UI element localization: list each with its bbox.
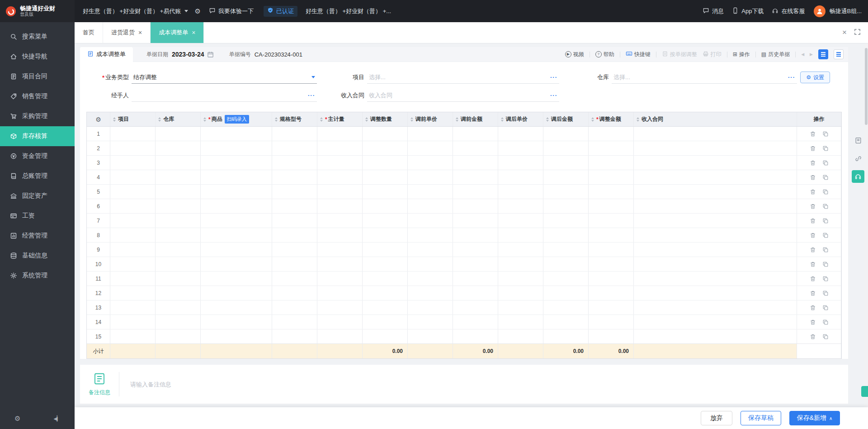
cell-r6-c11[interactable] xyxy=(634,199,797,213)
cell-r7-c1[interactable] xyxy=(156,214,201,228)
delete-row-icon[interactable] xyxy=(810,290,816,296)
copy-row-icon[interactable] xyxy=(822,247,829,253)
copy-row-icon[interactable] xyxy=(822,189,829,195)
cell-r13-c3[interactable] xyxy=(272,300,317,315)
cell-r1-c3[interactable] xyxy=(272,127,317,141)
copy-row-icon[interactable] xyxy=(822,174,829,181)
cell-r3-c11[interactable] xyxy=(634,156,797,170)
cell-r7-c8[interactable] xyxy=(498,214,543,228)
cell-r7-c10[interactable] xyxy=(589,214,634,228)
scrollbar-thumb[interactable] xyxy=(865,48,868,125)
sidebar-item-5[interactable]: 库存核算 xyxy=(0,126,75,146)
cell-r7-c0[interactable] xyxy=(110,214,156,228)
cell-r5-c8[interactable] xyxy=(498,185,543,199)
cell-r6-c2[interactable] xyxy=(201,199,272,213)
cell-r3-c2[interactable] xyxy=(201,156,272,170)
cell-r11-c6[interactable] xyxy=(408,272,453,286)
cell-r13-c10[interactable] xyxy=(589,300,634,315)
cell-r1-c5[interactable] xyxy=(363,127,408,141)
cell-r10-c0[interactable] xyxy=(110,257,156,271)
cell-r5-c5[interactable] xyxy=(363,185,408,199)
cell-r2-c6[interactable] xyxy=(408,141,453,155)
cell-r11-c10[interactable] xyxy=(589,272,634,286)
cell-r6-c9[interactable] xyxy=(543,199,589,213)
attachment-icon[interactable] xyxy=(852,152,864,165)
cell-r1-c0[interactable] xyxy=(110,127,156,141)
cell-r15-c11[interactable] xyxy=(634,329,797,343)
cell-r9-c0[interactable] xyxy=(110,243,156,257)
cell-r10-c6[interactable] xyxy=(408,257,453,271)
cell-r1-c10[interactable] xyxy=(589,127,634,141)
cell-r14-c5[interactable] xyxy=(363,315,408,329)
next-doc-icon[interactable]: ▶ xyxy=(810,52,813,57)
collapse-sidebar-icon[interactable]: ◀▏ xyxy=(54,415,60,422)
cell-r1-c11[interactable] xyxy=(634,127,797,141)
vertical-scrollbar[interactable] xyxy=(864,43,868,407)
cell-r7-c3[interactable] xyxy=(272,214,317,228)
warehouse-picker[interactable]: 选择... ··· xyxy=(612,71,797,84)
view-list-button[interactable] xyxy=(818,49,828,59)
cell-r8-c5[interactable] xyxy=(363,228,408,242)
cell-r15-c8[interactable] xyxy=(498,329,543,343)
cell-r14-c10[interactable] xyxy=(589,315,634,329)
cell-r10-c10[interactable] xyxy=(589,257,634,271)
cell-r14-c4[interactable] xyxy=(317,315,363,329)
cell-r1-c6[interactable] xyxy=(408,127,453,141)
cell-r13-c9[interactable] xyxy=(543,300,589,315)
cell-r14-c3[interactable] xyxy=(272,315,317,329)
cell-r12-c0[interactable] xyxy=(110,286,156,300)
fullscreen-icon[interactable] xyxy=(854,29,861,37)
cell-r2-c11[interactable] xyxy=(634,141,797,155)
sort-icon[interactable] xyxy=(203,117,206,122)
cell-r4-c0[interactable] xyxy=(110,170,156,184)
sidebar-item-9[interactable]: 工资 xyxy=(0,206,75,226)
cell-r6-c0[interactable] xyxy=(110,199,156,213)
delete-row-icon[interactable] xyxy=(810,189,816,195)
close-all-tabs-icon[interactable]: × xyxy=(842,28,847,37)
sort-icon[interactable] xyxy=(501,117,504,122)
delete-row-icon[interactable] xyxy=(810,145,816,152)
cell-r10-c7[interactable] xyxy=(453,257,498,271)
cell-r6-c4[interactable] xyxy=(317,199,363,213)
sidebar-item-0[interactable]: 搜索菜单 xyxy=(0,27,75,47)
cell-r10-c2[interactable] xyxy=(201,257,272,271)
cell-r15-c5[interactable] xyxy=(363,329,408,343)
cell-r1-c4[interactable] xyxy=(317,127,363,141)
cell-r14-c2[interactable] xyxy=(201,315,272,329)
cell-r11-c1[interactable] xyxy=(156,272,201,286)
cell-r9-c3[interactable] xyxy=(272,243,317,257)
cell-r5-c6[interactable] xyxy=(408,185,453,199)
cell-r5-c0[interactable] xyxy=(110,185,156,199)
col-header-7[interactable]: 调前金额 xyxy=(453,112,498,126)
video-button[interactable]: ▶ 视频 xyxy=(565,51,584,58)
project-picker[interactable]: 选择... ··· xyxy=(367,71,559,84)
delete-row-icon[interactable] xyxy=(810,218,816,224)
cell-r13-c2[interactable] xyxy=(201,300,272,315)
business-type-select[interactable]: 结存调整 xyxy=(132,71,317,84)
cell-r12-c2[interactable] xyxy=(201,286,272,300)
cell-r9-c6[interactable] xyxy=(408,243,453,257)
cell-r6-c3[interactable] xyxy=(272,199,317,213)
cell-r10-c9[interactable] xyxy=(543,257,589,271)
cell-r5-c9[interactable] xyxy=(543,185,589,199)
sidebar-item-6[interactable]: 资金管理 xyxy=(0,146,75,166)
cell-r15-c1[interactable] xyxy=(156,329,201,343)
cell-r11-c5[interactable] xyxy=(363,272,408,286)
service-fab[interactable] xyxy=(861,386,868,397)
cell-r13-c7[interactable] xyxy=(453,300,498,315)
online-service-button[interactable]: 在线客服 xyxy=(772,7,805,15)
income-contract-lookup-icon[interactable]: ··· xyxy=(550,92,557,99)
col-header-6[interactable]: 调前单价 xyxy=(408,112,453,126)
cell-r5-c11[interactable] xyxy=(634,185,797,199)
cell-r6-c5[interactable] xyxy=(363,199,408,213)
app-download-button[interactable]: App下载 xyxy=(732,7,764,15)
cell-r4-c1[interactable] xyxy=(156,170,201,184)
cell-r4-c9[interactable] xyxy=(543,170,589,184)
close-tab-icon[interactable]: × xyxy=(192,29,195,36)
cell-r13-c4[interactable] xyxy=(317,300,363,315)
cell-r13-c1[interactable] xyxy=(156,300,201,315)
cell-r11-c8[interactable] xyxy=(498,272,543,286)
copy-row-icon[interactable] xyxy=(822,145,829,152)
cell-r10-c3[interactable] xyxy=(272,257,317,271)
cell-r12-c1[interactable] xyxy=(156,286,201,300)
